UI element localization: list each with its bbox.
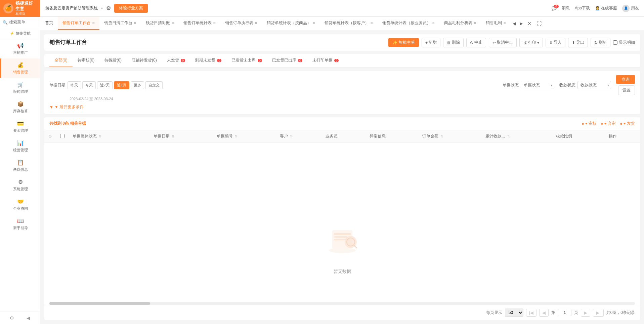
filter-tab-not-printed[interactable]: 未打印单据 0 bbox=[307, 54, 344, 67]
tab-cash-daily[interactable]: 钱货日清工作台 ✕ bbox=[99, 17, 141, 30]
filter-tab-all[interactable]: 全部(0) bbox=[49, 54, 73, 67]
payment-select[interactable]: 收款状态 bbox=[577, 81, 611, 89]
tab-close-sales-staff[interactable]: ✕ bbox=[432, 21, 435, 25]
table-toolbar: 共找到 0条 相关单据 ● ● 审核 ● ● 弃审 ● ● 发货 bbox=[44, 117, 640, 130]
sidebar-item-management[interactable]: 📊 经营管理 bbox=[0, 136, 40, 156]
tab-sales-order-workbench[interactable]: 销售订单工作台 ✕ bbox=[58, 17, 99, 30]
tab-gross-profit[interactable]: 商品毛利分析表 ✕ bbox=[439, 17, 481, 30]
tab-close-sales-order[interactable]: ✕ bbox=[92, 21, 95, 25]
tab-sales-exec[interactable]: 销售订单执行表 ✕ bbox=[220, 17, 262, 30]
print-btn[interactable]: 🖨 打印 ▾ bbox=[519, 38, 543, 47]
sidebar-item-quick-nav[interactable]: ⚡ 快捷导航 bbox=[0, 28, 40, 39]
refresh-btn[interactable]: ↻ 刷新 bbox=[591, 38, 610, 47]
date-btn-more[interactable]: 更多 bbox=[131, 81, 144, 89]
tab-close-gross-profit[interactable]: ✕ bbox=[474, 21, 476, 25]
sidebar-item-enterprise[interactable]: 🤝 企业协同 bbox=[0, 195, 40, 214]
trial-btn[interactable]: 体验行业方案 bbox=[114, 4, 148, 13]
tab-sales-by-product[interactable]: 销货单统计表（按商品） ✕ bbox=[262, 17, 320, 30]
tab-close-sales-gross[interactable]: ✕ bbox=[503, 21, 506, 25]
message-btn[interactable]: 💬 6 bbox=[552, 6, 557, 11]
online-service-btn[interactable]: 👩‍💼 在线客服 bbox=[595, 5, 617, 11]
tab-maximize-btn[interactable]: ⛶ bbox=[534, 21, 544, 26]
page-size-select[interactable]: 10 20 50 100 bbox=[505, 309, 523, 317]
page-next-btn[interactable]: ▶ bbox=[581, 309, 590, 317]
delete-btn[interactable]: 🗑 删除 bbox=[443, 38, 464, 47]
user-menu[interactable]: 👤 用友 bbox=[622, 5, 639, 12]
sidebar-item-search[interactable]: 🔍 搜索菜单 bbox=[0, 17, 40, 28]
date-btn-yesterday[interactable]: 昨天 bbox=[68, 81, 81, 89]
filter-tab-shipped-not-out[interactable]: 已发货未出库 0 bbox=[226, 54, 267, 67]
approve-action-btn[interactable]: ● ● 审核 bbox=[582, 121, 597, 126]
filter-tab-shipped-out[interactable]: 已发货已出库 0 bbox=[267, 54, 307, 67]
sort-customer-icon[interactable]: ⇅ bbox=[290, 134, 293, 138]
import-btn[interactable]: ⬇ 导入 bbox=[546, 38, 565, 47]
status-select[interactable]: 单据状态 bbox=[521, 81, 554, 89]
scrollbar-thumb[interactable] bbox=[49, 302, 150, 305]
date-btn-custom[interactable]: 自定义 bbox=[145, 81, 163, 89]
tab-sales-by-staff[interactable]: 销货单统计表（按业务员） ✕ bbox=[378, 17, 439, 30]
sidebar-item-inventory[interactable]: 📦 库存核算 bbox=[0, 97, 40, 117]
tab-close-sales-product[interactable]: ✕ bbox=[312, 21, 315, 25]
tab-sales-stats[interactable]: 销售订单统计表 ✕ bbox=[179, 17, 220, 30]
filter-tab-not-shipped[interactable]: 未发货 0 bbox=[162, 54, 190, 67]
tab-sales-gross[interactable]: 销售毛利 ✕ bbox=[481, 17, 511, 30]
stop-btn[interactable]: ⊘ 中止 bbox=[466, 38, 486, 47]
sidebar-item-basic-info[interactable]: 📋 基础信息 bbox=[0, 156, 40, 175]
ship-action-btn[interactable]: ● ● 发货 bbox=[620, 121, 635, 126]
tab-close-sales-exec[interactable]: ✕ bbox=[255, 21, 257, 25]
collapse-icon[interactable]: ◀ bbox=[27, 315, 30, 321]
export-btn[interactable]: ⬆ 导出 bbox=[568, 38, 588, 47]
sort-status-icon[interactable]: ⇅ bbox=[99, 134, 101, 138]
sidebar-item-sales[interactable]: 💰 销售管理 bbox=[0, 58, 40, 78]
tab-close-cash-daily[interactable]: ✕ bbox=[134, 21, 136, 25]
setting-btn[interactable]: 设置 bbox=[618, 85, 635, 95]
tab-nav-next[interactable]: ▶ bbox=[518, 21, 525, 26]
cancel-stop-btn[interactable]: ↩ 取消中止 bbox=[489, 38, 517, 47]
tab-home[interactable]: 首页 bbox=[40, 17, 58, 30]
filter-tab-shop-pending[interactable]: 旺铺待发货(0) bbox=[127, 54, 162, 67]
show-detail-checkbox[interactable] bbox=[613, 40, 617, 45]
sort-date-icon[interactable]: ⇅ bbox=[172, 134, 174, 138]
tab-close-all-btn[interactable]: ✕ bbox=[525, 21, 534, 26]
horizontal-scrollbar[interactable] bbox=[49, 302, 635, 305]
topbar-settings-icon[interactable]: ⚙ bbox=[106, 5, 111, 11]
sort-amount-icon[interactable]: ⇅ bbox=[440, 134, 443, 138]
th-settings[interactable]: ⚙ bbox=[44, 130, 56, 143]
expand-conditions-btn[interactable]: ▼ ▼ 展开更多条件 bbox=[49, 104, 635, 110]
sidebar-item-guide[interactable]: 📖 新手引导 bbox=[0, 214, 40, 234]
sidebar-item-marketing[interactable]: 📢 营销推广 bbox=[0, 39, 40, 58]
page-first-btn[interactable]: |◀ bbox=[526, 309, 536, 317]
smart-generate-btn[interactable]: ✨ 智能生单 bbox=[388, 38, 419, 47]
sidebar-item-finance[interactable]: 💳 资金管理 bbox=[0, 117, 40, 136]
filter-tab-overdue[interactable]: 到期未发货 0 bbox=[190, 54, 226, 67]
query-btn[interactable]: 查询 bbox=[616, 75, 635, 84]
sidebar-item-purchase[interactable]: 🛒 采购管理 bbox=[0, 78, 40, 97]
tab-sales-by-customer[interactable]: 销货单统计表（按客户） ✕ bbox=[320, 17, 378, 30]
page-last-btn[interactable]: ▶| bbox=[593, 309, 603, 317]
filter-tab-pending-pick[interactable]: 待拣货(0) bbox=[99, 54, 127, 67]
marketing-icon: 📢 bbox=[17, 42, 24, 49]
sort-collected-icon[interactable]: ⇅ bbox=[507, 134, 510, 138]
tab-close-sales-customer[interactable]: ✕ bbox=[370, 21, 373, 25]
page-prev-btn[interactable]: ◀ bbox=[539, 309, 549, 317]
sort-number-icon[interactable]: ⇅ bbox=[235, 134, 238, 138]
tab-cash-reconcile[interactable]: 钱货日清对账 ✕ bbox=[141, 17, 179, 30]
show-detail-label[interactable]: 显示明细 bbox=[613, 40, 635, 45]
date-btn-today[interactable]: 今天 bbox=[82, 81, 96, 89]
user-avatar: 👤 bbox=[622, 5, 630, 12]
tab-close-cash-reconcile[interactable]: ✕ bbox=[171, 21, 174, 25]
date-btn-7days[interactable]: 近7天 bbox=[97, 81, 113, 89]
app-download-btn[interactable]: App下载 bbox=[575, 5, 590, 11]
th-checkbox[interactable] bbox=[56, 130, 69, 143]
date-btn-1month[interactable]: 近1月 bbox=[114, 81, 129, 89]
tab-close-sales-stats[interactable]: ✕ bbox=[213, 21, 216, 25]
page-number-input[interactable] bbox=[558, 309, 571, 316]
filter-tab-pending-review[interactable]: 待审核(0) bbox=[73, 54, 100, 67]
tab-nav-prev[interactable]: ◀ bbox=[511, 21, 518, 26]
select-all-checkbox[interactable] bbox=[60, 134, 65, 138]
add-btn[interactable]: + 新增 bbox=[422, 38, 440, 47]
cancel-approve-action-btn[interactable]: ● ● 弃审 bbox=[601, 121, 616, 126]
cancel-approve-dot-icon: ● bbox=[601, 121, 603, 126]
sidebar-item-system[interactable]: ⚙ 系统管理 bbox=[0, 175, 40, 195]
settings-bottom-icon[interactable]: ⚙ bbox=[10, 315, 14, 321]
